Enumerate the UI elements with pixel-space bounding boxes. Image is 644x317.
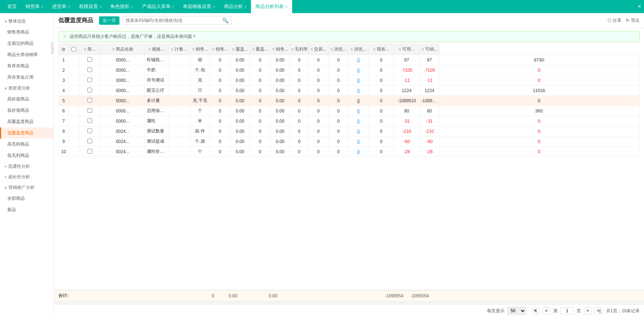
- row-checkbox[interactable]: [79, 75, 101, 86]
- search-icon[interactable]: 🔍: [222, 17, 228, 23]
- nav-permission-settings[interactable]: 权限设置 ×: [75, 0, 106, 13]
- sidebar-section-flow[interactable]: > 流通性分析: [0, 161, 54, 172]
- row-checkbox[interactable]: [79, 136, 101, 147]
- row-browse1[interactable]: 0: [349, 96, 369, 106]
- row-sales-qty: 0: [210, 116, 230, 126]
- nav-product-analysis[interactable]: 商品分析 ×: [220, 0, 251, 13]
- nav-close-icon[interactable]: ×: [99, 4, 102, 9]
- row-checkbox[interactable]: [79, 147, 101, 157]
- nav-close-icon[interactable]: ×: [244, 4, 247, 9]
- nav-close-icon[interactable]: ×: [68, 4, 70, 9]
- table-row: 5 0000... 多计量 克,千克 0 0.00 0 0.00 0 0 0 0…: [59, 96, 640, 106]
- row-browse1[interactable]: 0: [349, 136, 369, 147]
- sidebar-section-growth[interactable]: > 成长性分析: [0, 172, 54, 182]
- row-checkbox[interactable]: [79, 96, 101, 106]
- sidebar-section-marketing[interactable]: ∨ 营销推广分析: [0, 182, 54, 193]
- nav-role-auth[interactable]: 角色授权 ×: [106, 0, 137, 13]
- col-code[interactable]: ⇅商...: [79, 44, 101, 55]
- col-sellable[interactable]: ⇅可销...: [420, 44, 440, 55]
- row-checkbox[interactable]: [79, 65, 101, 75]
- row-sales-qty: 0: [210, 55, 230, 65]
- col-current-stock[interactable]: ⇅现有...: [369, 44, 394, 55]
- last-page-button[interactable]: >|: [594, 307, 603, 314]
- row-checkbox[interactable]: [79, 106, 101, 116]
- sidebar-item-low-profit[interactable]: 低毛利商品: [0, 150, 54, 161]
- row-checkbox[interactable]: [79, 116, 101, 126]
- page-number-input[interactable]: [561, 307, 574, 314]
- sidebar-item-stock-capital[interactable]: 库存资金占用: [0, 72, 54, 83]
- nav-close-icon[interactable]: ×: [213, 4, 215, 9]
- row-checkbox[interactable]: [79, 55, 101, 65]
- nav-close-icon[interactable]: ×: [131, 4, 133, 9]
- row-browse2: 0: [369, 106, 394, 116]
- sidebar-collapse-button[interactable]: «: [51, 42, 54, 54]
- date-filter-button[interactable]: 近一月: [99, 16, 119, 25]
- close-all-button[interactable]: ×: [638, 3, 641, 10]
- nav-close-icon[interactable]: ×: [172, 4, 174, 9]
- sidebar-item-category-rate[interactable]: 商品分类动销率: [0, 49, 54, 60]
- row-browse1[interactable]: 0: [349, 126, 369, 136]
- sidebar-item-high-coverage[interactable]: 高覆盖度商品: [0, 116, 54, 127]
- row-browse1[interactable]: 0: [349, 106, 369, 116]
- nav-home[interactable]: 首页: [3, 0, 21, 13]
- col-gear[interactable]: ⚙: [59, 44, 69, 55]
- sidebar-section-whole-info[interactable]: ∨ 整体信息: [0, 16, 54, 27]
- nav-sales-order[interactable]: 销货单 ×: [21, 0, 48, 13]
- col-sales-amt[interactable]: ⇅销售...: [210, 44, 230, 55]
- nav-product-analysis-list[interactable]: 商品分析列表 ×: [251, 0, 292, 13]
- page-size-select[interactable]: 50 20 100: [507, 307, 526, 315]
- next-page-button[interactable]: >: [584, 307, 592, 314]
- sidebar-item-low-value[interactable]: 低价值商品: [0, 105, 54, 116]
- row-browse1[interactable]: 0: [349, 86, 369, 96]
- col-checkbox[interactable]: [69, 44, 79, 55]
- col-gross-rate[interactable]: ⇅毛利率: [290, 44, 309, 55]
- row-sellable: 0:: [440, 116, 640, 126]
- sidebar-item-stocked-goods[interactable]: 有库存商品: [0, 60, 54, 72]
- col-coverage1[interactable]: ⇅覆盖...: [230, 44, 250, 55]
- nav-purchase-order[interactable]: 进货单 ×: [48, 0, 74, 13]
- col-spec[interactable]: ⇅规格...: [145, 44, 168, 55]
- select-all-checkbox[interactable]: [71, 47, 76, 52]
- col-available-stock[interactable]: ⇅可用...: [394, 44, 420, 55]
- col-coverage2[interactable]: ⇅覆盖...: [250, 44, 270, 55]
- row-browse1[interactable]: 0: [349, 147, 369, 157]
- share-icon: ⬡: [608, 18, 611, 23]
- row-sellable: 0:: [440, 136, 640, 147]
- sidebar-item-traded-goods[interactable]: 交易过的商品: [0, 38, 54, 49]
- row-checkbox[interactable]: [79, 86, 101, 96]
- sidebar-item-sales-goods[interactable]: 销售类商品: [0, 27, 54, 38]
- nav-close-icon[interactable]: ×: [285, 4, 287, 9]
- row-number: 10: [59, 147, 69, 157]
- sidebar-item-low-coverage[interactable]: 低覆盖度商品: [0, 127, 54, 139]
- row-browse1[interactable]: 0: [349, 75, 369, 86]
- col-name[interactable]: ⇅商品名称: [101, 44, 145, 55]
- col-sales-rate[interactable]: ⇅销售...: [270, 44, 290, 55]
- nav-finished-goods[interactable]: 产成品入库单 ×: [138, 0, 178, 13]
- col-unit[interactable]: ⇅计量...: [168, 44, 190, 55]
- row-browse1[interactable]: 0: [349, 116, 369, 126]
- sidebar-item-all-goods[interactable]: 全部商品: [0, 193, 54, 204]
- row-browse1[interactable]: 0: [349, 55, 369, 65]
- row-browse1[interactable]: 0: [349, 65, 369, 75]
- share-button[interactable]: ⬡ 分享: [608, 17, 621, 24]
- row-sales-qty: 0: [210, 126, 230, 136]
- sidebar-item-new-goods[interactable]: 新品: [0, 204, 54, 215]
- row-checkbox[interactable]: [79, 126, 101, 136]
- search-input[interactable]: [126, 18, 222, 23]
- sidebar-item-high-profit[interactable]: 高毛利商品: [0, 139, 54, 150]
- col-browse1[interactable]: ⇅浏览...: [329, 44, 349, 55]
- sidebar-item-high-value[interactable]: 高价值商品: [0, 94, 54, 105]
- col-browse2[interactable]: ⇅浏览...: [349, 44, 369, 55]
- row-spec: [168, 126, 190, 136]
- col-transaction[interactable]: ⇅交易...: [309, 44, 329, 55]
- first-page-button[interactable]: K: [532, 307, 540, 314]
- row-code: 0000...: [101, 55, 145, 65]
- sidebar-section-coverage[interactable]: ∨ 类群度分析: [0, 83, 54, 94]
- nav-close-icon[interactable]: ×: [41, 4, 43, 9]
- col-sales-qty[interactable]: ⇅销售...: [190, 44, 210, 55]
- export-button[interactable]: ↻ 导出: [626, 17, 640, 24]
- search-box: 🔍: [122, 16, 232, 25]
- horizontal-scrollbar[interactable]: [54, 301, 644, 304]
- prev-page-button[interactable]: <: [543, 307, 550, 314]
- nav-template-settings[interactable]: 单据模板设置 ×: [178, 0, 219, 13]
